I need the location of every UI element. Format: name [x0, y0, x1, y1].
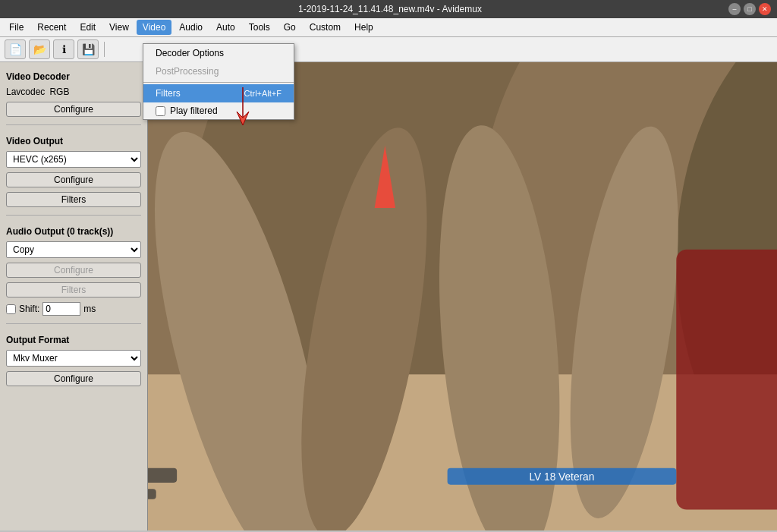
filters-label: Filters: [156, 88, 181, 99]
output-format-title: Output Format: [6, 335, 141, 345]
divider-1: [6, 124, 141, 125]
toolbar: 📄 📂 ℹ 💾: [0, 37, 777, 62]
filters-shortcut: Ctrl+Alt+F: [244, 89, 282, 98]
menu-recent[interactable]: Recent: [31, 20, 72, 35]
minimize-button[interactable]: –: [728, 3, 741, 15]
output-format-configure[interactable]: Configure: [6, 371, 141, 386]
output-format-select[interactable]: Mkv Muxer MP4 Muxer: [6, 350, 141, 367]
video-codec-label: Lavcodec: [6, 87, 45, 97]
dropdown-separator: [143, 82, 294, 83]
dropdown-postprocessing: PostProcessing: [143, 62, 294, 80]
toolbar-save[interactable]: 💾: [77, 39, 99, 59]
shift-unit: ms: [83, 304, 96, 314]
shift-checkbox[interactable]: [6, 304, 16, 314]
video-dropdown-menu: Decoder Options PostProcessing Filters C…: [143, 43, 294, 120]
dropdown-decoder-options[interactable]: Decoder Options: [143, 44, 294, 62]
sidebar: Video Decoder Lavcodec RGB Configure Vid…: [0, 62, 148, 530]
dropdown-filters[interactable]: Filters Ctrl+Alt+F: [143, 84, 294, 102]
video-output-filters[interactable]: Filters: [6, 192, 141, 207]
menu-go[interactable]: Go: [278, 20, 302, 35]
menu-audio[interactable]: Audio: [173, 20, 209, 35]
menu-file[interactable]: File: [3, 20, 30, 35]
play-filtered-label: Play filtered: [170, 105, 218, 116]
svg-rect-10: [676, 250, 777, 510]
window-controls: – □ ✕: [728, 3, 771, 15]
svg-text:LV 18 Veteran: LV 18 Veteran: [530, 471, 595, 483]
video-output-codec-select[interactable]: HEVC (x265) Copy H.264 (x264): [6, 151, 141, 168]
shift-input[interactable]: [42, 302, 80, 316]
menu-help[interactable]: Help: [348, 20, 379, 35]
audio-output-configure[interactable]: Configure: [6, 263, 141, 278]
toolbar-sep: [104, 42, 105, 57]
video-preview: 546 +742 2/3 38/407 LV 18 Veteran Mighty…: [148, 62, 777, 530]
video-decoder-title: Video Decoder: [6, 71, 141, 82]
video-colorspace-label: RGB: [49, 87, 69, 97]
shift-label: Shift:: [19, 304, 39, 314]
video-area: 546 +742 2/3 38/407 LV 18 Veteran Mighty…: [148, 62, 777, 530]
window-title: 1-2019-11-24_11.41.48_new.m4v - Avidemux: [52, 4, 728, 14]
audio-output-title: Audio Output (0 track(s)): [6, 226, 141, 237]
title-bar: 1-2019-11-24_11.41.48_new.m4v - Avidemux…: [0, 0, 777, 18]
shift-row: Shift: ms: [6, 302, 141, 316]
video-decoder-info: Lavcodec RGB: [6, 87, 141, 97]
main-area: Video Decoder Lavcodec RGB Configure Vid…: [0, 62, 777, 530]
menu-video[interactable]: Video: [137, 20, 171, 35]
video-frame: 546 +742 2/3 38/407 LV 18 Veteran Mighty…: [148, 62, 777, 530]
svg-rect-14: [148, 489, 156, 499]
divider-2: [6, 215, 141, 216]
menu-edit[interactable]: Edit: [74, 20, 102, 35]
audio-output-codec-select[interactable]: Copy AAC MP3: [6, 241, 141, 258]
toolbar-new[interactable]: 📄: [5, 39, 26, 59]
toolbar-info[interactable]: ℹ: [53, 39, 74, 59]
play-filtered-row: Play filtered: [143, 102, 294, 119]
menu-custom[interactable]: Custom: [304, 20, 347, 35]
close-button[interactable]: ✕: [759, 3, 771, 15]
svg-rect-11: [148, 468, 177, 483]
video-output-title: Video Output: [6, 136, 141, 146]
toolbar-open[interactable]: 📂: [29, 39, 50, 59]
audio-output-filters[interactable]: Filters: [6, 282, 141, 297]
video-output-configure[interactable]: Configure: [6, 172, 141, 187]
video-decoder-configure[interactable]: Configure: [6, 102, 141, 117]
menu-auto[interactable]: Auto: [210, 20, 241, 35]
maximize-button[interactable]: □: [744, 3, 756, 15]
divider-3: [6, 323, 141, 324]
menu-bar: File Recent Edit View Video Audio Auto T…: [0, 18, 777, 37]
play-filtered-checkbox[interactable]: [156, 106, 165, 116]
menu-view[interactable]: View: [103, 20, 135, 35]
menu-tools[interactable]: Tools: [243, 20, 276, 35]
